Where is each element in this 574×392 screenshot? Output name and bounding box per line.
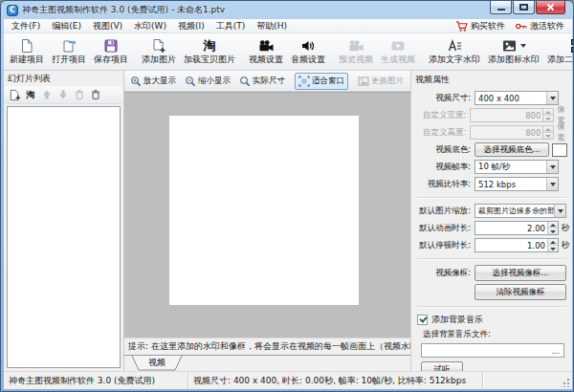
bgm-checkbox[interactable] — [417, 315, 428, 325]
listen-button[interactable]: 试听 — [421, 361, 463, 371]
clear-video-frame-button[interactable]: 清除视频像框 — [475, 284, 566, 300]
new-project-button[interactable]: 新建项目 — [6, 34, 48, 69]
clear-slides-button[interactable] — [89, 88, 102, 101]
bg-color-swatch[interactable] — [552, 143, 567, 157]
activate-software-link[interactable]: 激活软件 — [515, 20, 564, 33]
status-bar: 神奇主图视频制作软件 3.0 (免费试用) 视频尺寸: 400 x 400, 时… — [4, 371, 572, 389]
preview-video-button[interactable]: 预览视频 — [335, 34, 377, 69]
menu-edit[interactable]: 编辑(E) — [46, 19, 87, 33]
replace-image-button[interactable]: 更换图片 — [354, 73, 408, 90]
key-icon — [515, 20, 527, 33]
separator — [417, 258, 566, 260]
stepper-arrows[interactable] — [542, 126, 553, 139]
add-slide-button[interactable] — [8, 88, 21, 101]
add-qrcode-watermark-button[interactable]: 添加二维码水印 — [543, 34, 574, 69]
menu-tools[interactable]: 工具(T) — [210, 19, 252, 33]
menu-help[interactable]: 帮助(H) — [251, 19, 293, 33]
bgm-file-label: 选择背景音乐文件: — [423, 329, 572, 340]
image-scale-label: 默认图片缩放: — [415, 206, 471, 217]
add-image-button[interactable]: 添加图片 — [138, 34, 180, 69]
activate-software-label: 激活软件 — [530, 20, 564, 33]
move-down-button[interactable] — [56, 88, 70, 101]
text-watermark-icon — [447, 36, 462, 54]
open-document-icon — [61, 36, 77, 54]
clear-frame-row: 清除视频像框 — [415, 284, 572, 300]
buy-software-link[interactable]: 购买软件 — [455, 20, 505, 33]
delete-slide-button[interactable] — [73, 88, 86, 101]
resize-grip[interactable] — [561, 378, 570, 387]
stepper-arrows[interactable] — [547, 239, 558, 251]
icon-watermark-icon — [502, 36, 526, 54]
add-text-watermark-button[interactable]: 添加文字水印 — [425, 34, 484, 69]
watermark-hint: 提示: 在这里添加的水印和像框，将会显示在视频的每一帧画面上（视频水印） — [124, 338, 410, 355]
menu-file[interactable]: 文件(F) — [6, 19, 46, 33]
custom-width-row: 自定义宽度: 像素 — [415, 108, 572, 122]
video-settings-button[interactable]: 视频设置 — [245, 34, 287, 69]
load-taobao-images-button[interactable]: 淘 加载宝贝图片 — [180, 34, 239, 69]
browse-button[interactable]: ... — [547, 346, 563, 356]
menu-video[interactable]: 视频(I) — [172, 19, 210, 33]
actual-size-icon — [239, 76, 251, 87]
pause-duration-row: 默认停顿时长: 秒 — [415, 238, 572, 252]
bitrate-row: 视频比特率: 512 kbps — [415, 177, 572, 191]
tab-strip: 视频 — [124, 355, 410, 371]
anim-duration-input[interactable] — [475, 222, 547, 234]
generate-video-button[interactable]: 生成视频 — [377, 34, 419, 69]
generate-video-icon — [390, 36, 406, 54]
taobao-icon: 淘 — [204, 36, 216, 54]
menu-view[interactable]: 视图(V) — [87, 19, 128, 33]
add-icon-watermark-button[interactable]: 添加图标水印 — [484, 34, 543, 69]
video-size-select[interactable]: 400 x 400 — [475, 91, 559, 105]
video-size-row: 视频尺寸: 400 x 400 — [415, 91, 572, 105]
select-video-frame-button[interactable]: 选择视频像框... — [475, 265, 566, 281]
custom-height-row: 自定义高度: 像素 — [415, 125, 572, 140]
fit-window-button[interactable]: 适合窗口 — [295, 73, 348, 90]
bgm-checkbox-row: 添加背景音乐 — [417, 314, 572, 326]
tab-video[interactable]: 视频 — [130, 356, 184, 371]
image-scale-select[interactable]: 裁剪图片边缘多余的部分 — [475, 204, 566, 218]
bitrate-select[interactable]: 512 kbps — [475, 177, 559, 191]
select-bg-color-button[interactable]: 选择视频底色... — [475, 142, 549, 157]
video-size-label: 视频尺寸: — [415, 93, 471, 104]
status-fill — [483, 372, 572, 389]
move-up-button[interactable] — [40, 88, 54, 101]
bgm-file-input[interactable] — [422, 346, 547, 356]
custom-width-input[interactable] — [471, 109, 542, 121]
menu-watermark[interactable]: 水印(W) — [128, 19, 172, 33]
video-frame-row: 视频像框: 选择视频像框... — [415, 265, 572, 281]
menu-right-links: 购买软件 激活软件 — [455, 20, 570, 33]
anim-duration-stepper[interactable] — [475, 221, 559, 235]
floppy-disk-icon — [103, 36, 119, 54]
pixels-unit-label: 像素 — [557, 121, 572, 144]
pause-duration-input[interactable] — [475, 239, 547, 251]
custom-height-stepper[interactable] — [470, 125, 554, 140]
slide-list-panel: 幻灯片列表 淘 — [4, 71, 124, 371]
fit-window-icon — [298, 76, 310, 87]
frame-rate-select[interactable]: 10 帧/秒 — [475, 160, 559, 174]
window-title: 神奇主图视频制作软件 3.0 (免费试用) - 未命名1.ptv — [22, 4, 225, 16]
anim-duration-label: 默认动画时长: — [415, 223, 471, 234]
minimize-button[interactable] — [490, 1, 512, 14]
open-project-button[interactable]: 打开项目 — [48, 34, 90, 69]
add-image-icon — [151, 36, 166, 54]
custom-height-input[interactable] — [471, 126, 542, 139]
save-project-button[interactable]: 保存项目 — [90, 34, 132, 69]
maximize-button[interactable] — [513, 1, 535, 14]
title-bar: C 神奇主图视频制作软件 3.0 (免费试用) - 未命名1.ptv — [1, 1, 573, 19]
add-taobao-slide-button[interactable]: 淘 — [24, 88, 37, 101]
close-button[interactable] — [536, 1, 565, 14]
zoom-out-button[interactable]: 缩小显示 — [181, 73, 234, 90]
slide-list[interactable] — [7, 106, 121, 368]
status-app-name: 神奇主图视频制作软件 3.0 (免费试用) — [4, 372, 188, 389]
custom-width-stepper[interactable] — [470, 108, 554, 122]
stepper-arrows[interactable] — [547, 222, 558, 234]
slide-list-title: 幻灯片列表 — [4, 71, 123, 86]
pause-duration-stepper[interactable] — [475, 238, 559, 252]
cart-icon — [455, 20, 468, 33]
frame-rate-row: 视频帧率: 10 帧/秒 — [415, 160, 572, 174]
zoom-in-button[interactable]: 放大显示 — [126, 73, 180, 90]
audio-settings-button[interactable]: 音频设置 — [287, 34, 329, 69]
stepper-arrows[interactable] — [542, 109, 553, 121]
actual-size-button[interactable]: 实际尺寸 — [235, 73, 289, 90]
app-icon: C — [7, 5, 18, 16]
